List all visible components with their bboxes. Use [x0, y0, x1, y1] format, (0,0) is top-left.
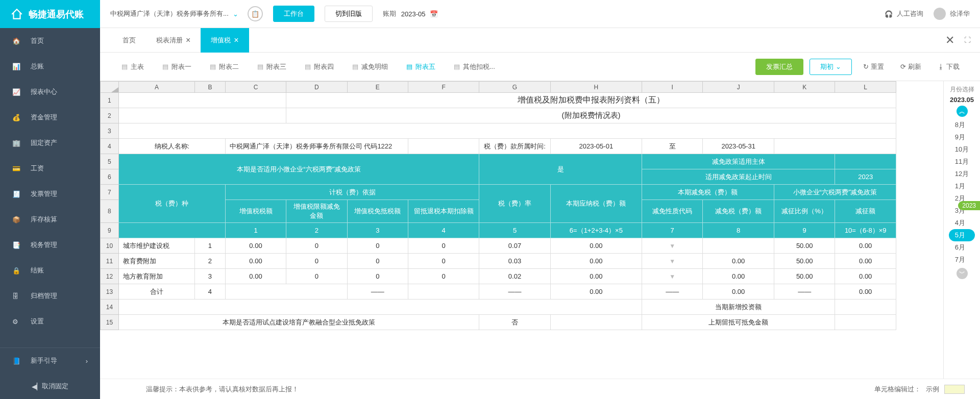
archive-icon: 🗄: [12, 292, 23, 300]
subtab-附表五[interactable]: ▤附表五: [400, 58, 442, 76]
reduce-code-select[interactable]: ▼: [642, 254, 702, 269]
refresh-button[interactable]: ⟳刷新: [895, 59, 926, 74]
ledger-icon: 📊: [12, 63, 23, 70]
footer: 温馨提示：本表供参考，请认真核对数据后再上报！ 单元格编辑过： 示例: [100, 379, 980, 399]
legend-label: 单元格编辑过：: [874, 385, 921, 394]
sidebar-item-tax[interactable]: 📑税务管理: [0, 232, 100, 258]
tab-首页[interactable]: 首页: [112, 28, 146, 53]
col-header-H[interactable]: H: [550, 82, 642, 93]
month-11月[interactable]: 11月: [949, 156, 975, 168]
row-header-5[interactable]: 5: [101, 154, 119, 169]
tab-增值税[interactable]: 增值税×: [201, 28, 249, 53]
subtab-主表[interactable]: ▤主表: [115, 58, 150, 76]
download-button[interactable]: ⭳下载: [933, 59, 965, 74]
scroll-up-icon[interactable]: ︽: [957, 106, 968, 117]
col-header-I[interactable]: I: [642, 82, 702, 93]
sidebar-item-home[interactable]: 🏠首页: [0, 28, 100, 54]
month-9月[interactable]: 9月: [949, 131, 975, 143]
row-header-14[interactable]: 14: [101, 300, 119, 315]
subtab-附表二[interactable]: ▤附表二: [204, 58, 245, 76]
sheet-corner[interactable]: [101, 82, 119, 93]
period-init-button[interactable]: 期初 ⌄: [810, 59, 852, 75]
close-all-icon[interactable]: ✕: [945, 34, 954, 47]
document-icon: ▤: [210, 63, 216, 70]
month-panel: 月份选择 2023.05 ︽ 8月9月10月11月12月1月2月3月4月5月6月…: [943, 81, 980, 379]
invoice-icon: 🧾: [12, 190, 23, 198]
guide-icon: 📘: [12, 357, 23, 365]
row-header-7[interactable]: 7: [101, 185, 119, 200]
calendar-icon[interactable]: 📅: [430, 10, 438, 18]
legend-swatch: [944, 385, 965, 394]
month-4月[interactable]: 4月: [949, 217, 975, 229]
sidebar-item-money[interactable]: 💰资金管理: [0, 105, 100, 130]
sidebar-item-close-period[interactable]: 🔒结账: [0, 258, 100, 283]
sidebar-item-stock[interactable]: 📦库存核算: [0, 207, 100, 232]
document-icon: ▤: [162, 63, 168, 70]
period-value[interactable]: 2023-05: [401, 10, 426, 18]
spreadsheet[interactable]: ABCDEFGHIJKL1增值税及附加税费申报表附列资料（五）2(附加税费情况表…: [100, 81, 943, 379]
close-icon[interactable]: ×: [234, 36, 238, 45]
row-header-3[interactable]: 3: [101, 123, 119, 139]
row-header-10[interactable]: 10: [101, 238, 119, 254]
month-8月[interactable]: 8月: [949, 119, 975, 131]
month-10月[interactable]: 10月: [949, 143, 975, 156]
row-header-8[interactable]: 8: [101, 200, 119, 223]
col-header-A[interactable]: A: [118, 82, 194, 93]
sidebar-item-settings[interactable]: ⚙设置: [0, 309, 100, 334]
sidebar-item-invoice[interactable]: 🧾发票管理: [0, 181, 100, 207]
tab-税表清册[interactable]: 税表清册×: [146, 28, 201, 53]
row-header-9[interactable]: 9: [101, 223, 119, 238]
sidebar-item-chart[interactable]: 📈报表中心: [0, 79, 100, 105]
subtab-附表一[interactable]: ▤附表一: [156, 58, 198, 76]
reduce-code-select[interactable]: ▼: [642, 238, 702, 254]
col-header-B[interactable]: B: [195, 82, 226, 93]
subtab-其他扣税...[interactable]: ▤其他扣税...: [448, 58, 501, 76]
invoice-summary-button[interactable]: 发票汇总: [755, 59, 803, 75]
sidebar-item-salary[interactable]: 💳工资: [0, 156, 100, 181]
col-header-G[interactable]: G: [479, 82, 550, 93]
company-selector[interactable]: 中税网通广泽（天津）税务师事务所有... ⌄: [110, 9, 238, 18]
row-header-15[interactable]: 15: [101, 315, 119, 330]
clipboard-icon[interactable]: 📋: [248, 6, 263, 21]
close-icon[interactable]: ×: [186, 36, 190, 45]
month-1月[interactable]: 1月: [949, 180, 975, 192]
month-6月[interactable]: 6月: [949, 241, 975, 254]
col-header-F[interactable]: F: [408, 82, 479, 93]
subtab-附表四[interactable]: ▤附表四: [299, 58, 340, 76]
subtab-附表三[interactable]: ▤附表三: [251, 58, 292, 76]
sidebar-item-ledger[interactable]: 📊总账: [0, 54, 100, 79]
col-header-C[interactable]: C: [225, 82, 286, 93]
month-12月[interactable]: 12月: [949, 168, 975, 180]
row-header-1[interactable]: 1: [101, 93, 119, 108]
row-header-4[interactable]: 4: [101, 139, 119, 154]
workspace-button[interactable]: 工作台: [273, 6, 314, 22]
scroll-down-icon[interactable]: ︾: [957, 268, 968, 279]
col-header-E[interactable]: E: [347, 82, 408, 93]
asset-icon: 🏢: [12, 139, 23, 147]
col-header-K[interactable]: K: [774, 82, 835, 93]
switch-old-button[interactable]: 切到旧版: [325, 6, 373, 22]
sidebar-item-asset[interactable]: 🏢固定资产: [0, 130, 100, 156]
subtab-减免明细[interactable]: ▤减免明细: [346, 58, 394, 76]
user-menu[interactable]: 徐泽华: [934, 8, 970, 20]
sidebar: 畅捷通易代账 🏠首页📊总账📈报表中心💰资金管理🏢固定资产💳工资🧾发票管理📦库存核…: [0, 0, 100, 399]
row-header-6[interactable]: 6: [101, 169, 119, 185]
row-header-13[interactable]: 13: [101, 284, 119, 300]
fullscreen-icon[interactable]: ⛶: [964, 36, 971, 44]
sidebar-guide[interactable]: 📘 新手引导 ›: [0, 348, 100, 373]
sidebar-item-archive[interactable]: 🗄归档管理: [0, 283, 100, 309]
reduce-code-select[interactable]: ▼: [642, 269, 702, 284]
month-5月[interactable]: 5月: [949, 229, 975, 241]
footer-tip: 温馨提示：本表供参考，请认真核对数据后再上报！: [146, 385, 299, 394]
chevron-right-icon: ›: [86, 357, 88, 365]
sidebar-unpin[interactable]: ◀▏ 取消固定: [0, 373, 100, 399]
col-header-D[interactable]: D: [286, 82, 347, 93]
col-header-L[interactable]: L: [835, 82, 896, 93]
month-7月[interactable]: 7月: [949, 254, 975, 266]
row-header-2[interactable]: 2: [101, 108, 119, 123]
col-header-J[interactable]: J: [703, 82, 774, 93]
support-link[interactable]: 🎧 人工咨询: [885, 9, 923, 18]
row-header-11[interactable]: 11: [101, 254, 119, 269]
row-header-12[interactable]: 12: [101, 269, 119, 284]
reset-button[interactable]: ↻重置: [858, 59, 889, 74]
